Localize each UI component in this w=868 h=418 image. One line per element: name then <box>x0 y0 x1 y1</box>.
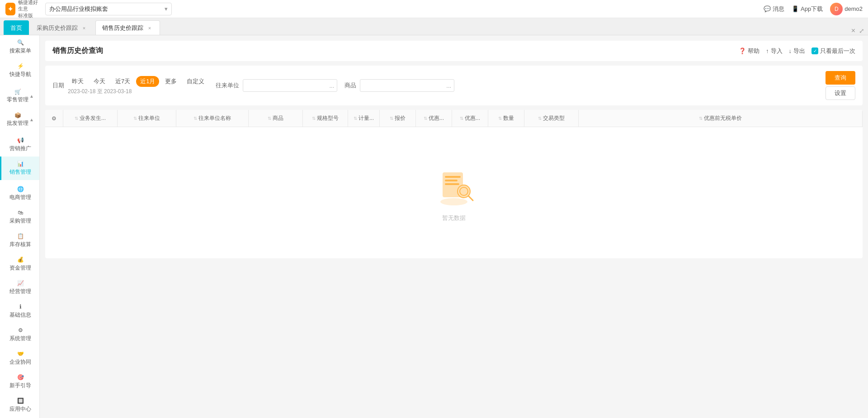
sidebar-label-shortcut: 快捷导航 <box>9 71 31 78</box>
tab-purchase-history[interactable]: 采购历史价跟踪 × <box>30 20 94 35</box>
th-pretax-sort-icon: ⇅ <box>699 116 703 121</box>
th-gear[interactable]: ⚙ <box>45 110 63 127</box>
empty-state: 暂无数据 <box>45 127 863 258</box>
sidebar-item-search[interactable]: 🔍 搜索菜单 <box>0 35 39 59</box>
apps-icon: 🔲 <box>17 398 24 404</box>
sidebar-item-apps[interactable]: 🔲 应用中心 <box>0 394 39 417</box>
svg-line-6 <box>468 196 473 200</box>
sidebar-item-wholesale[interactable]: 📦 批发管理 ▲ <box>0 108 39 131</box>
partner-input-wrap: ... <box>243 79 337 92</box>
tab-bar: 首页 采购历史价跟踪 × 销售历史价跟踪 × × ⤢ <box>0 18 868 35</box>
svg-rect-4 <box>445 183 459 185</box>
page-header-actions: ❓ 帮助 ↑ 导入 ↓ 导出 ✓ 只看最后一次 <box>739 47 855 55</box>
app-download-button[interactable]: 📱 App下载 <box>792 5 823 13</box>
sidebar-label-guide: 新手引导 <box>9 382 31 390</box>
sidebar-item-retail[interactable]: 🛒 零售管理 ▲ <box>0 84 39 108</box>
page-header: 销售历史价查询 ❓ 帮助 ↑ 导入 ↓ 导出 ✓ 只看最后一次 <box>45 41 863 61</box>
help-button[interactable]: ❓ 帮助 <box>739 47 760 55</box>
goods-label: 商品 <box>344 81 356 90</box>
table-header: ⚙ ⇅ 业务发生... ⇅ 往来单位 ⇅ 往来单位名称 ⇅ 商品 <box>45 110 863 127</box>
tab-home-label: 首页 <box>10 24 22 32</box>
th-date[interactable]: ⇅ 业务发生... <box>63 110 118 127</box>
content-area: 销售历史价查询 ❓ 帮助 ↑ 导入 ↓ 导出 ✓ 只看最后一次 <box>40 35 868 418</box>
basic-info-icon: ℹ <box>19 304 22 310</box>
sidebar-item-inventory[interactable]: 📋 库存核算 <box>0 229 39 252</box>
app-logo-text: 畅捷通好生意 标准版 <box>18 0 42 19</box>
th-discount2[interactable]: ⇅ 优惠... <box>452 110 488 127</box>
th-trade-type[interactable]: ⇅ 交易类型 <box>524 110 579 127</box>
partner-input[interactable] <box>243 82 326 89</box>
sidebar-label-enterprise: 企业协同 <box>9 358 31 366</box>
sidebar-item-system[interactable]: ⚙ 系统管理 <box>0 323 39 347</box>
partner-label: 往来单位 <box>216 81 239 90</box>
date-btn-today[interactable]: 今天 <box>90 76 109 87</box>
search-icon: 🔍 <box>17 39 24 46</box>
sidebar-item-ecommerce[interactable]: 🌐 电商管理 <box>0 182 39 205</box>
th-discount1[interactable]: ⇅ 优惠... <box>416 110 452 127</box>
partner-dots[interactable]: ... <box>326 82 337 89</box>
date-btn-custom[interactable]: 自定义 <box>183 76 208 87</box>
only-last-checkbox[interactable]: ✓ <box>811 48 818 54</box>
th-unit-name-sort-icon: ⇅ <box>193 116 197 121</box>
tab-home[interactable]: 首页 <box>4 20 29 35</box>
user-menu-button[interactable]: D demo2 <box>830 3 863 15</box>
export-icon: ↓ <box>789 48 792 54</box>
retail-icon: 🛒 <box>14 89 21 95</box>
fullscreen-button[interactable]: ⤢ <box>859 27 864 34</box>
tab-sales-history[interactable]: 销售历史价跟踪 × <box>95 20 160 35</box>
finance-icon: 💰 <box>17 256 24 263</box>
settings-button[interactable]: 设置 <box>826 86 855 100</box>
sidebar-item-basic-info[interactable]: ℹ 基础信息 <box>0 299 39 323</box>
sidebar-item-finance[interactable]: 💰 资金管理 <box>0 252 39 276</box>
help-icon: ❓ <box>739 48 746 54</box>
th-goods[interactable]: ⇅ 商品 <box>249 110 303 127</box>
sidebar-item-operations[interactable]: 📈 经营管理 <box>0 276 39 299</box>
tab-close-all-button[interactable]: × <box>851 27 855 35</box>
svg-rect-2 <box>445 176 461 178</box>
th-spec[interactable]: ⇅ 规格型号 <box>303 110 348 127</box>
download-icon: 📱 <box>792 5 799 12</box>
avatar: D <box>830 3 843 15</box>
sidebar-item-purchase[interactable]: 🛍 采购管理 <box>0 205 39 229</box>
sidebar-label-retail: 零售管理 <box>7 96 28 104</box>
account-selector[interactable]: 办公用品行业模拟账套 ▾ <box>45 3 172 15</box>
sidebar-item-sales-mgmt[interactable]: 📊 销售管理 <box>0 157 39 180</box>
sidebar-item-marketing[interactable]: 📢 营销推广 <box>0 133 39 157</box>
date-btn-last7[interactable]: 近7天 <box>111 76 134 87</box>
sidebar-item-shortcut[interactable]: ⚡ 快捷导航 <box>0 59 39 82</box>
th-unit-code[interactable]: ⇅ 往来单位 <box>118 110 176 127</box>
shortcut-icon: ⚡ <box>17 63 24 69</box>
import-button[interactable]: ↑ 导入 <box>766 47 783 55</box>
tab-purchase-history-label: 采购历史价跟踪 <box>37 24 78 32</box>
th-calc-unit[interactable]: ⇅ 计量... <box>348 110 380 127</box>
sidebar-item-enterprise[interactable]: 🤝 企业协同 <box>0 347 39 370</box>
tab-sales-history-close[interactable]: × <box>146 24 153 32</box>
only-last-label: 只看最后一次 <box>820 47 855 55</box>
table-area: ⚙ ⇅ 业务发生... ⇅ 往来单位 ⇅ 往来单位名称 ⇅ 商品 <box>45 110 863 258</box>
th-trade-type-sort-icon: ⇅ <box>538 116 542 121</box>
filter-right-buttons: 查询 设置 <box>826 71 855 100</box>
th-price-sort-icon: ⇅ <box>390 116 393 121</box>
query-button[interactable]: 查询 <box>826 71 855 85</box>
message-icon: 💬 <box>764 5 771 12</box>
sidebar-label-system: 系统管理 <box>9 335 31 342</box>
date-btn-yesterday[interactable]: 昨天 <box>68 76 88 87</box>
th-unit-name[interactable]: ⇅ 往来单位名称 <box>176 110 249 127</box>
th-price[interactable]: ⇅ 报价 <box>380 110 416 127</box>
message-button[interactable]: 💬 消息 <box>764 5 784 13</box>
empty-text: 暂无数据 <box>442 214 466 222</box>
only-last-checkbox-group[interactable]: ✓ 只看最后一次 <box>811 47 855 55</box>
sales-mgmt-icon: 📊 <box>17 161 24 167</box>
tab-purchase-history-close[interactable]: × <box>80 24 88 32</box>
sidebar-label-finance: 资金管理 <box>9 264 31 272</box>
date-btn-more[interactable]: 更多 <box>161 76 181 87</box>
goods-input[interactable] <box>360 82 443 89</box>
export-button[interactable]: ↓ 导出 <box>789 47 806 55</box>
th-qty[interactable]: ⇅ 数量 <box>488 110 524 127</box>
sidebar-label-sales-mgmt: 销售管理 <box>9 168 31 176</box>
sidebar-item-guide[interactable]: 🎯 新手引导 <box>0 370 39 394</box>
page-title: 销售历史价查询 <box>52 46 103 56</box>
date-btn-last1m[interactable]: 近1月 <box>136 76 159 87</box>
th-pretax[interactable]: ⇅ 优惠前无税单价 <box>579 110 863 127</box>
goods-dots[interactable]: ... <box>443 82 454 89</box>
